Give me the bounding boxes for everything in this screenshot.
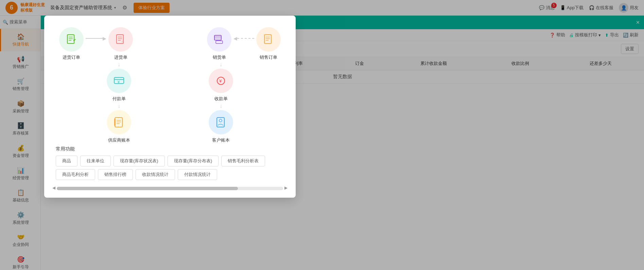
flow-col-payment: ↓ ¥ 付款单	[107, 62, 131, 102]
content-area: 首页 销售订单执行表 ✕ ✕ ❓ 帮助 🖨 按模板打印 ▾	[41, 16, 644, 270]
sales-order-label: 销售订单	[260, 54, 277, 60]
scrollbar-thumb	[57, 187, 238, 190]
flow-node-customer-account[interactable]: 客户账本	[209, 110, 233, 143]
receipt-label: 收款单	[214, 96, 228, 102]
purchase-slip-icon: ↑	[115, 33, 127, 46]
svg-rect-9	[214, 35, 221, 40]
purchase-order-circle	[59, 29, 84, 52]
purchase-slip-label: 进货单	[114, 54, 127, 60]
svg-rect-0	[67, 35, 74, 43]
modal-scrollbar[interactable]	[57, 187, 283, 190]
flow-row-1: 进货订单 ▶	[52, 29, 288, 60]
flow-node-sales-slip[interactable]: 销货单	[207, 29, 231, 60]
sales-slip-icon	[213, 33, 225, 46]
common-functions-title: 常用功能	[56, 146, 284, 152]
svg-text:¥: ¥	[219, 78, 222, 84]
func-btn-8[interactable]: 付款情况统计	[178, 169, 217, 180]
receipt-circle: ¥	[209, 69, 233, 93]
customer-account-icon	[215, 116, 227, 128]
svg-text:¥: ¥	[117, 80, 120, 84]
func-btn-0[interactable]: 商品	[56, 156, 77, 166]
down-arrow-receipt: ↓	[220, 62, 222, 67]
down-arrow-payment: ↓	[118, 62, 120, 67]
func-btn-1[interactable]: 往来单位	[80, 156, 111, 166]
purchase-order-icon	[65, 33, 77, 46]
svg-rect-23	[114, 119, 116, 126]
supplier-account-label: 供应商账本	[108, 137, 130, 143]
flow-col-customer: ↓ 客户账本	[209, 103, 233, 143]
common-functions: 常用功能 商品往来单位现存量(库存状况表)现存量(库存分布表)销售毛利分析表商品…	[52, 143, 288, 183]
flow-row-3: ↓	[52, 102, 288, 143]
sales-slip-label: 销货单	[213, 54, 226, 60]
flow-node-purchase-slip[interactable]: ↑ 进货单	[108, 29, 133, 60]
modal-box: 进货订单 ▶	[44, 29, 296, 198]
modal-overlay[interactable]: 进货订单 ▶	[41, 29, 644, 270]
svg-point-28	[219, 119, 222, 122]
payment-circle: ¥	[107, 69, 131, 93]
supplier-account-icon	[113, 116, 125, 128]
payment-label: 付款单	[112, 96, 126, 102]
dashed-arrow-1: ◀	[231, 36, 256, 41]
func-btn-7[interactable]: 收款情况统计	[136, 169, 175, 180]
func-btn-4[interactable]: 销售毛利分析表	[221, 156, 265, 166]
main-layout: 🔍 搜索菜单 🏠 快捷导航 📢 营销推广 🛒 销售管理 📦 采购管理 🗄️ 库存…	[0, 16, 644, 270]
svg-rect-27	[217, 118, 224, 127]
modal-scroll-row: ◀ ▶	[52, 183, 288, 192]
svg-rect-22	[115, 118, 122, 127]
flow-node-purchase-order[interactable]: 进货订单	[59, 29, 84, 60]
down-arrow-customer: ↓	[220, 103, 222, 109]
supplier-account-circle	[107, 110, 131, 134]
scroll-right-icon[interactable]: ▶	[284, 185, 288, 190]
purchase-order-label: 进货订单	[63, 54, 80, 60]
page-content: ❓ 帮助 🖨 按模板打印 ▾ ⬆ 导出 🔄 刷新	[41, 29, 644, 270]
function-buttons-row: 商品往来单位现存量(库存状况表)现存量(库存分布表)销售毛利分析表商品毛利分析销…	[56, 156, 284, 180]
flow-row-2: ↓ ¥ 付款单	[52, 60, 288, 102]
func-btn-5[interactable]: 商品毛利分析	[56, 169, 95, 180]
arrow-1: ▶	[84, 36, 108, 41]
customer-account-label: 客户账本	[212, 137, 230, 143]
svg-text:↑: ↑	[121, 40, 123, 43]
payment-icon: ¥	[113, 75, 125, 87]
receipt-icon: ¥	[215, 75, 227, 87]
flow-node-sales-order[interactable]: 销售订单	[256, 29, 281, 60]
svg-rect-13	[264, 35, 271, 43]
sales-slip-circle	[207, 29, 231, 52]
flow-col-supplier: ↓	[107, 103, 131, 143]
sales-order-icon	[262, 33, 275, 46]
purchase-slip-circle: ↑	[108, 29, 133, 52]
down-arrow-supplier: ↓	[118, 103, 120, 109]
customer-account-circle	[209, 110, 233, 134]
scroll-left-icon[interactable]: ◀	[52, 185, 55, 190]
flow-node-receipt[interactable]: ¥ 收款单	[209, 69, 233, 102]
flow-node-supplier-account[interactable]: 供应商账本	[107, 110, 131, 143]
svg-rect-12	[216, 41, 223, 43]
flow-node-payment[interactable]: ¥ 付款单	[107, 69, 131, 102]
func-btn-2[interactable]: 现存量(库存状况表)	[114, 156, 165, 166]
func-btn-3[interactable]: 现存量(库存分布表)	[168, 156, 219, 166]
flow-col-receipt: ↓ ¥ 收款单	[209, 62, 233, 102]
sales-order-circle	[256, 29, 281, 52]
func-btn-6[interactable]: 销售排行榜	[98, 169, 133, 180]
